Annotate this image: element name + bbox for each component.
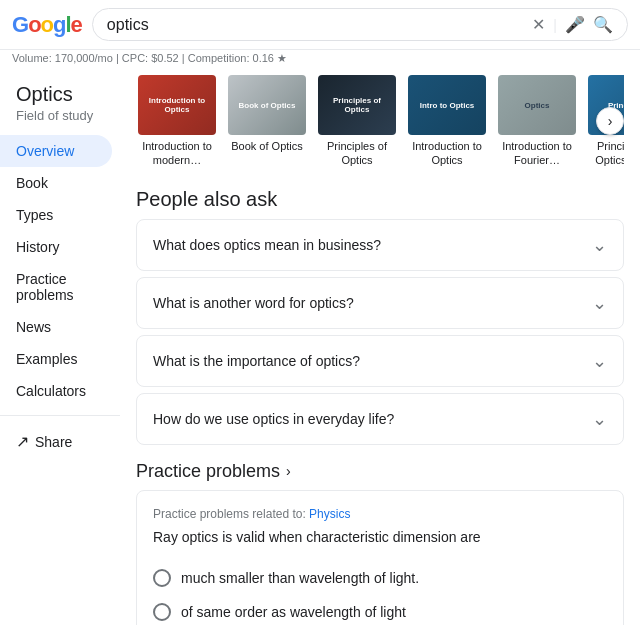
sidebar-item-examples[interactable]: Examples [0, 343, 112, 375]
people-also-ask-title: People also ask [136, 188, 624, 211]
practice-question: Ray optics is valid when characteristic … [153, 529, 607, 545]
search-meta: Volume: 170,000/mo | CPC: $0.52 | Compet… [0, 50, 640, 67]
search-input[interactable] [107, 16, 525, 34]
book-card-intro-fourier[interactable]: Optics Introduction to Fourier… [496, 75, 578, 168]
carousel-next-button[interactable]: › [596, 107, 624, 135]
sidebar-item-book[interactable]: Book [0, 167, 112, 199]
faq-chevron-icon: ⌄ [592, 350, 607, 372]
books-carousel: Introduction to Optics Introduction to m… [136, 67, 624, 176]
search-bar[interactable]: ✕ | 🎤 🔍 [92, 8, 628, 41]
practice-problems-title: Practice problems [136, 461, 280, 482]
practice-problems-box: Practice problems related to: Physics Ra… [136, 490, 624, 625]
sidebar: Optics Field of study Overview Book Type… [0, 67, 120, 625]
practice-subject: Physics [309, 507, 350, 521]
share-icon: ↗ [16, 432, 29, 451]
faq-chevron-icon: ⌄ [592, 408, 607, 430]
book-label: Principles of Optics: 60t… [586, 139, 624, 168]
faq-text: What is another word for optics? [153, 295, 354, 311]
faq-item-1[interactable]: What does optics mean in business? ⌄ [136, 219, 624, 271]
sidebar-item-calculators[interactable]: Calculators [0, 375, 112, 407]
option-label-1: much smaller than wavelength of light. [181, 570, 419, 586]
faq-item-3[interactable]: What is the importance of optics? ⌄ [136, 335, 624, 387]
book-card-book-of-optics[interactable]: Book of Optics Book of Optics [226, 75, 308, 153]
book-label: Book of Optics [231, 139, 303, 153]
book-card-intro-modern[interactable]: Introduction to Optics Introduction to m… [136, 75, 218, 168]
faq-item-4[interactable]: How do we use optics in everyday life? ⌄ [136, 393, 624, 445]
sidebar-item-types[interactable]: Types [0, 199, 112, 231]
page-layout: Optics Field of study Overview Book Type… [0, 67, 640, 625]
book-label: Introduction to Fourier… [496, 139, 578, 168]
practice-problems-header[interactable]: Practice problems › [136, 461, 624, 482]
sidebar-item-practice-problems[interactable]: Practice problems [0, 263, 112, 311]
share-label: Share [35, 434, 72, 450]
sidebar-item-news[interactable]: News [0, 311, 112, 343]
radio-button-1[interactable] [153, 569, 171, 587]
faq-list: What does optics mean in business? ⌄ Wha… [136, 219, 624, 445]
option-label-2: of same order as wavelength of light [181, 604, 406, 620]
faq-text: What is the importance of optics? [153, 353, 360, 369]
clear-icon[interactable]: ✕ [532, 15, 545, 34]
faq-text: How do we use optics in everyday life? [153, 411, 394, 427]
faq-item-2[interactable]: What is another word for optics? ⌄ [136, 277, 624, 329]
practice-option-2[interactable]: of same order as wavelength of light [153, 595, 607, 625]
book-label: Principles of Optics [316, 139, 398, 168]
sidebar-subtitle: Field of study [0, 108, 120, 135]
faq-text: What does optics mean in business? [153, 237, 381, 253]
faq-chevron-icon: ⌄ [592, 292, 607, 314]
book-label: Introduction to modern… [136, 139, 218, 168]
book-card-intro-optics[interactable]: Intro to Optics Introduction to Optics [406, 75, 488, 168]
practice-related-label: Practice problems related to: Physics [153, 507, 607, 521]
radio-button-2[interactable] [153, 603, 171, 621]
practice-option-1[interactable]: much smaller than wavelength of light. [153, 561, 607, 595]
sidebar-divider [0, 415, 120, 416]
header: Google ✕ | 🎤 🔍 [0, 0, 640, 50]
main-content: Introduction to Optics Introduction to m… [120, 67, 640, 625]
book-label: Introduction to Optics [406, 139, 488, 168]
faq-chevron-icon: ⌄ [592, 234, 607, 256]
sidebar-item-overview[interactable]: Overview [0, 135, 112, 167]
search-icon[interactable]: 🔍 [593, 15, 613, 34]
practice-chevron-icon: › [286, 463, 291, 479]
mic-icon[interactable]: 🎤 [565, 15, 585, 34]
book-card-principles[interactable]: Principles of Optics Principles of Optic… [316, 75, 398, 168]
sidebar-title: Optics [0, 75, 120, 108]
sidebar-item-history[interactable]: History [0, 231, 112, 263]
google-logo: Google [12, 12, 82, 38]
sidebar-share-button[interactable]: ↗ Share [0, 424, 120, 459]
